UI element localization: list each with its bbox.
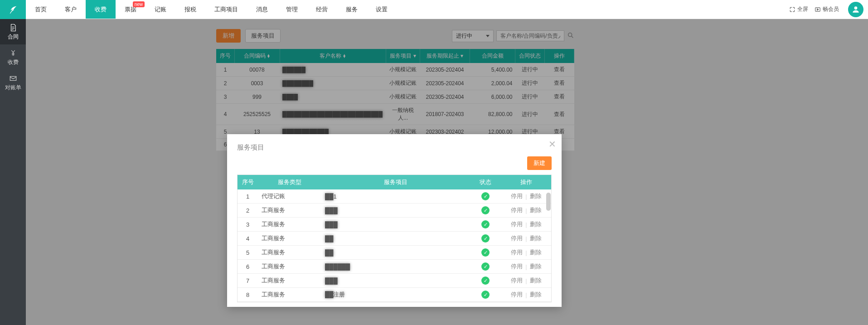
delete-link[interactable]: 删除 — [530, 248, 542, 257]
nav-operate[interactable]: 经营 — [307, 0, 337, 19]
delete-link[interactable]: 删除 — [530, 234, 542, 243]
nav-settings[interactable]: 设置 — [367, 0, 397, 19]
new-badge: new — [133, 1, 145, 7]
nav-home[interactable]: 首页 — [26, 0, 56, 19]
sidebar-item-contract[interactable]: 合同 — [0, 19, 26, 44]
nav-charge[interactable]: 收费 — [86, 0, 116, 19]
disable-link[interactable]: 停用 — [511, 291, 523, 299]
nav-label: 收费 — [95, 5, 107, 14]
cell-status: ✓ — [470, 274, 501, 288]
service-modal: ✕ 服务项目 新建 序号 服务类型 服务项目 状态 — [227, 134, 562, 307]
cell-type: 工商服务 — [258, 260, 321, 274]
cell-op: 停用|删除 — [501, 189, 551, 204]
mcol-type: 服务类型 — [258, 175, 321, 189]
delete-link[interactable]: 删除 — [530, 262, 542, 271]
cell-item: ██████ — [321, 260, 470, 274]
sidebar-item-statement[interactable]: 对账单 — [0, 70, 26, 95]
cell-seq: 4 — [238, 232, 258, 246]
modal-scrollbar[interactable] — [546, 193, 551, 301]
cell-seq: 2 — [238, 204, 258, 218]
play-icon — [815, 6, 821, 13]
nav-label: 服务 — [346, 5, 358, 14]
delete-link[interactable]: 删除 — [530, 206, 542, 214]
delete-link[interactable]: 删除 — [530, 291, 542, 299]
sidebar-item-charge[interactable]: 收费 — [0, 44, 26, 70]
delete-link[interactable]: 删除 — [530, 276, 542, 285]
cell-type: 代理记账 — [258, 189, 321, 204]
check-icon: ✓ — [481, 234, 490, 243]
check-icon: ✓ — [481, 291, 490, 299]
disable-link[interactable]: 停用 — [511, 220, 523, 228]
cell-type: 工商服务 — [258, 246, 321, 260]
cell-type: 工商服务 — [258, 204, 321, 218]
nav-label: 首页 — [35, 5, 47, 14]
table-row: 5工商服务██✓停用|删除 — [238, 246, 551, 260]
delete-link[interactable]: 删除 — [530, 220, 542, 228]
cell-op: 停用|删除 — [501, 218, 551, 232]
modal-title: 服务项目 — [227, 134, 562, 156]
cell-op: 停用|删除 — [501, 204, 551, 218]
nav-label: 经营 — [316, 5, 328, 14]
sidebar: 合同 收费 对账单 — [0, 19, 26, 325]
document-icon — [9, 24, 17, 32]
mcol-status: 状态 — [470, 175, 501, 189]
yen-icon — [9, 49, 17, 57]
nav-invoice[interactable]: 票据new — [116, 0, 145, 19]
nav-tax[interactable]: 报税 — [175, 0, 205, 19]
nav-label: 消息 — [256, 5, 268, 14]
cell-op: 停用|删除 — [501, 274, 551, 288]
user-icon — [851, 5, 860, 14]
nav-items: 首页 客户 收费 票据new 记账 报税 工商项目 消息 管理 经营 服务 设置 — [26, 0, 397, 19]
nav-service[interactable]: 服务 — [337, 0, 367, 19]
cell-op: 停用|删除 — [501, 260, 551, 274]
cell-type: 工商服务 — [258, 232, 321, 246]
nav-label: 工商项目 — [214, 5, 238, 14]
sidebar-item-label: 对账单 — [5, 84, 21, 92]
cell-op: 停用|删除 — [501, 288, 551, 302]
main-content: 新增 服务项目 进行中 — [26, 19, 868, 325]
member-button[interactable]: 畅会员 — [815, 5, 839, 13]
cell-status: ✓ — [470, 246, 501, 260]
nav-label: 管理 — [286, 5, 298, 14]
close-icon[interactable]: ✕ — [548, 139, 556, 150]
nav-bookkeeping[interactable]: 记账 — [145, 0, 175, 19]
new-button[interactable]: 新建 — [527, 156, 552, 170]
cell-item: ██1 — [321, 189, 470, 204]
disable-link[interactable]: 停用 — [511, 206, 523, 214]
cell-status: ✓ — [470, 288, 501, 302]
cell-op: 停用|删除 — [501, 246, 551, 260]
cell-seq: 8 — [238, 288, 258, 302]
fullscreen-button[interactable]: 全屏 — [789, 5, 808, 13]
scroll-thumb[interactable] — [546, 193, 551, 211]
cell-seq: 5 — [238, 246, 258, 260]
cell-status: ✓ — [470, 189, 501, 204]
nav-message[interactable]: 消息 — [247, 0, 277, 19]
disable-link[interactable]: 停用 — [511, 248, 523, 257]
mcol-seq: 序号 — [238, 175, 258, 189]
nav-label: 记账 — [155, 5, 166, 14]
user-avatar[interactable] — [848, 2, 863, 17]
delete-link[interactable]: 删除 — [530, 192, 542, 200]
cell-seq: 7 — [238, 274, 258, 288]
table-row: 6工商服务██████✓停用|删除 — [238, 260, 551, 274]
mcol-item: 服务项目 — [321, 175, 470, 189]
app-logo[interactable] — [0, 0, 26, 19]
check-icon: ✓ — [481, 276, 490, 285]
cell-status: ✓ — [470, 232, 501, 246]
nav-manage[interactable]: 管理 — [277, 0, 307, 19]
disable-link[interactable]: 停用 — [511, 276, 523, 285]
nav-label: 设置 — [376, 5, 388, 14]
member-label: 畅会员 — [823, 5, 839, 13]
disable-link[interactable]: 停用 — [511, 234, 523, 243]
cell-seq: 6 — [238, 260, 258, 274]
disable-link[interactable]: 停用 — [511, 192, 523, 200]
check-icon: ✓ — [481, 262, 490, 271]
cell-type: 工商服务 — [258, 288, 321, 302]
cell-status: ✓ — [470, 260, 501, 274]
cell-item: ██注册 — [321, 288, 470, 302]
disable-link[interactable]: 停用 — [511, 262, 523, 271]
nav-business[interactable]: 工商项目 — [205, 0, 247, 19]
table-row: 2工商服务███✓停用|删除 — [238, 204, 551, 218]
cell-seq: 3 — [238, 218, 258, 232]
nav-customer[interactable]: 客户 — [56, 0, 86, 19]
